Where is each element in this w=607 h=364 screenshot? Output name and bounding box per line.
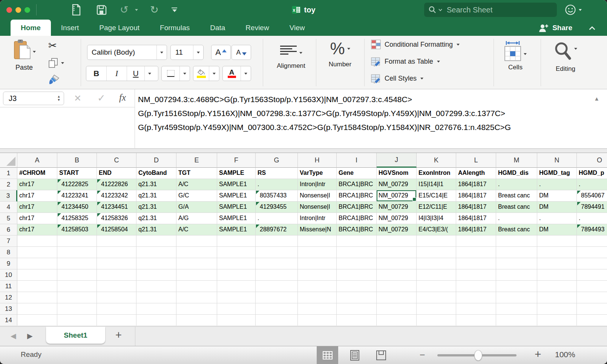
cell-H7[interactable] xyxy=(298,236,337,247)
cell-M9[interactable] xyxy=(496,258,537,269)
cell-L5[interactable]: 1864|1817 xyxy=(456,213,496,224)
cell-K3[interactable]: E15/C14|E xyxy=(417,190,456,202)
cell-D7[interactable] xyxy=(136,236,176,247)
cell-J3[interactable]: NM_00729 xyxy=(377,190,417,202)
cell-K14[interactable] xyxy=(417,315,456,326)
zoom-in-button[interactable]: + xyxy=(535,348,541,361)
cell-A5[interactable]: chr17 xyxy=(17,213,57,224)
column-header-C[interactable]: C xyxy=(97,153,136,168)
cell-G13[interactable] xyxy=(256,303,298,315)
enter-button[interactable]: ✓ xyxy=(97,92,106,104)
column-header-F[interactable]: F xyxy=(217,153,256,168)
cell-A14[interactable] xyxy=(17,315,57,326)
cell-C4[interactable]: 41234451 xyxy=(97,202,136,213)
row-header-1[interactable]: 1 xyxy=(0,168,17,179)
fullscreen-button[interactable] xyxy=(25,7,30,13)
cell-N4[interactable]: DM xyxy=(537,202,577,213)
cell-L9[interactable] xyxy=(456,258,496,269)
cell-H12[interactable] xyxy=(298,292,337,303)
cell-L2[interactable]: 1864|1817 xyxy=(456,179,496,190)
cell-M12[interactable] xyxy=(496,292,537,303)
cell-E5[interactable]: A/G xyxy=(176,213,217,224)
formula-scroll-up-button[interactable]: ▲ xyxy=(594,95,599,102)
cell-H13[interactable] xyxy=(298,303,337,315)
cell-A11[interactable] xyxy=(17,281,57,292)
cell-G9[interactable] xyxy=(256,258,298,269)
cell-M13[interactable] xyxy=(496,303,537,315)
cell-K5[interactable]: I4|I3|I3|I4 xyxy=(417,213,456,224)
cell-L4[interactable]: 1864|1817 xyxy=(456,202,496,213)
zoom-slider[interactable] xyxy=(437,354,517,356)
cell-G6[interactable]: 28897672 xyxy=(256,224,298,236)
cell-E3[interactable]: G/C xyxy=(176,190,217,202)
cell-O1[interactable]: HGMD_p xyxy=(577,168,607,179)
format-painter-button[interactable] xyxy=(48,74,60,87)
column-header-H[interactable]: H xyxy=(298,153,337,168)
underline-dropdown[interactable] xyxy=(144,66,155,81)
cell-D11[interactable] xyxy=(136,281,176,292)
cell-B10[interactable] xyxy=(57,269,97,281)
ribbon-tab-formulas[interactable]: Formulas xyxy=(150,20,200,36)
cell-G3[interactable]: 80357433 xyxy=(256,190,298,202)
row-header-4[interactable]: 4 xyxy=(0,202,17,213)
cell-F11[interactable] xyxy=(217,281,256,292)
cell-G12[interactable] xyxy=(256,292,298,303)
cell-I6[interactable]: BRCA1|BRC xyxy=(337,224,377,236)
column-header-K[interactable]: K xyxy=(417,153,456,168)
cell-B5[interactable]: 41258325 xyxy=(57,213,97,224)
column-header-E[interactable]: E xyxy=(176,153,217,168)
decrease-font-size-button[interactable]: A xyxy=(231,45,251,60)
name-box[interactable]: J3 ▲ ▼ xyxy=(3,92,64,105)
cell-B13[interactable] xyxy=(57,303,97,315)
cell-I12[interactable] xyxy=(337,292,377,303)
cell-J14[interactable] xyxy=(377,315,417,326)
cell-B11[interactable] xyxy=(57,281,97,292)
font-name-select[interactable]: Calibri (Body) xyxy=(87,45,167,60)
cell-A6[interactable]: chr17 xyxy=(17,224,57,236)
cell-H4[interactable]: Nonsense|I xyxy=(298,202,337,213)
cell-O10[interactable] xyxy=(577,269,607,281)
cell-N9[interactable] xyxy=(537,258,577,269)
cell-L8[interactable] xyxy=(456,247,496,258)
collapse-ribbon-button[interactable] xyxy=(589,25,595,28)
cell-O4[interactable]: 7894491 xyxy=(577,202,607,213)
number-format-button[interactable]: % xyxy=(330,40,350,58)
cell-N13[interactable] xyxy=(537,303,577,315)
ribbon-tab-home[interactable]: Home xyxy=(11,20,51,36)
cell-D5[interactable]: q21.31 xyxy=(136,213,176,224)
cell-C10[interactable] xyxy=(97,269,136,281)
cell-L1[interactable]: AAlength xyxy=(456,168,496,179)
formula-input[interactable]: NM_007294.3:c.4689C>G(p.Tyr1563Stop/p.Y1… xyxy=(138,92,590,148)
cell-N7[interactable] xyxy=(537,236,577,247)
cell-I5[interactable]: BRCA1|BRC xyxy=(337,213,377,224)
sheet-tab-sheet1[interactable]: Sheet1 xyxy=(46,327,105,344)
cell-D3[interactable]: q21.31 xyxy=(136,190,176,202)
cell-N11[interactable] xyxy=(537,281,577,292)
cell-O14[interactable] xyxy=(577,315,607,326)
cell-N12[interactable] xyxy=(537,292,577,303)
cell-F6[interactable]: SAMPLE1 xyxy=(217,224,256,236)
cell-O12[interactable] xyxy=(577,292,607,303)
cell-J1[interactable]: HGVSnom xyxy=(377,168,417,179)
cell-D13[interactable] xyxy=(136,303,176,315)
cell-F14[interactable] xyxy=(217,315,256,326)
cell-N1[interactable]: HGMD_tag xyxy=(537,168,577,179)
cell-J9[interactable] xyxy=(377,258,417,269)
cell-L6[interactable]: 1864|1817 xyxy=(456,224,496,236)
underline-button[interactable]: U xyxy=(127,66,144,81)
row-header-12[interactable]: 12 xyxy=(0,292,17,303)
cell-C1[interactable]: END xyxy=(97,168,136,179)
cell-F13[interactable] xyxy=(217,303,256,315)
cell-C13[interactable] xyxy=(97,303,136,315)
cell-D2[interactable]: q21.31 xyxy=(136,179,176,190)
cell-D10[interactable] xyxy=(136,269,176,281)
cell-B14[interactable] xyxy=(57,315,97,326)
cell-I9[interactable] xyxy=(337,258,377,269)
cell-D12[interactable] xyxy=(136,292,176,303)
cell-G1[interactable]: RS xyxy=(256,168,298,179)
row-header-5[interactable]: 5 xyxy=(0,213,17,224)
name-box-stepper[interactable]: ▲ ▼ xyxy=(54,95,64,102)
save-button[interactable] xyxy=(97,0,107,20)
zoom-slider-thumb[interactable] xyxy=(474,350,482,361)
cell-A12[interactable] xyxy=(17,292,57,303)
